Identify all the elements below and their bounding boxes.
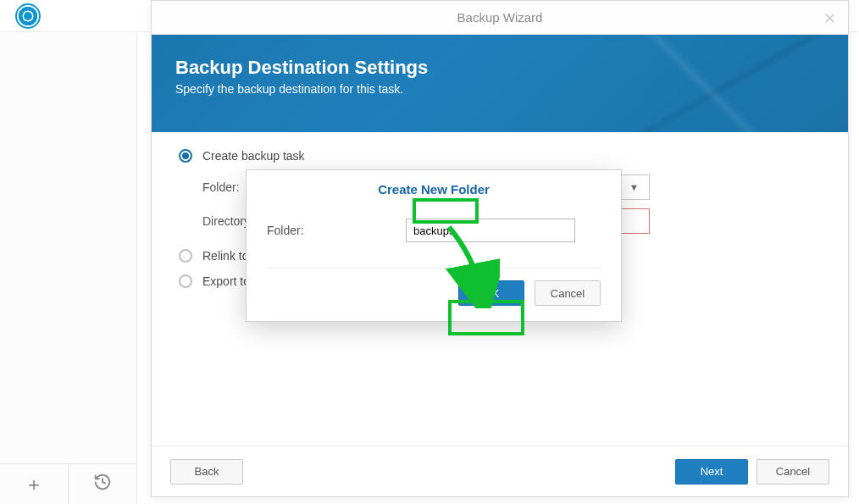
cancel-button[interactable]: Cancel (756, 459, 829, 485)
dialog-title: Create New Folder (247, 170, 621, 205)
plus-icon: ＋ (25, 472, 43, 497)
sidebar: ＋ (0, 32, 137, 504)
wizard-close-icon[interactable]: ✕ (823, 9, 836, 28)
folder-dropdown-trigger[interactable]: ▼ (619, 174, 650, 200)
banner-title: Backup Destination Settings (175, 57, 848, 79)
option-label: Relink to (202, 249, 248, 263)
wizard-titlebar: Backup Wizard ✕ (152, 1, 848, 35)
history-icon (93, 473, 112, 496)
option-create-backup[interactable]: Create backup task (179, 149, 821, 163)
radio-unchecked-icon[interactable] (179, 249, 192, 263)
option-label: Export to (202, 274, 250, 288)
back-button[interactable]: Back (170, 459, 243, 485)
chevron-down-icon: ▼ (629, 182, 639, 192)
dialog-buttons: OK Cancel (247, 269, 621, 306)
banner-subtitle: Specify the backup destination for this … (175, 82, 848, 96)
radio-unchecked-icon[interactable] (179, 274, 192, 288)
add-button[interactable]: ＋ (0, 464, 68, 504)
option-label: Create backup task (202, 149, 305, 163)
dialog-cancel-button[interactable]: Cancel (535, 280, 601, 306)
dialog-body: Folder: (247, 205, 621, 268)
next-button[interactable]: Next (675, 459, 748, 485)
wizard-banner: Backup Destination Settings Specify the … (152, 35, 848, 132)
dialog-ok-button[interactable]: OK (458, 280, 524, 306)
sidebar-bottom-toolbar: ＋ (0, 463, 136, 504)
wizard-footer: Back Next Cancel (152, 446, 848, 496)
history-button[interactable] (68, 464, 136, 504)
dialog-folder-label: Folder: (267, 224, 385, 237)
radio-checked-icon[interactable] (179, 149, 192, 163)
dialog-folder-input[interactable] (406, 219, 575, 242)
app-logo-icon (15, 3, 41, 29)
create-folder-dialog: Create New Folder Folder: OK Cancel (246, 169, 622, 322)
wizard-title: Backup Wizard (457, 10, 543, 25)
